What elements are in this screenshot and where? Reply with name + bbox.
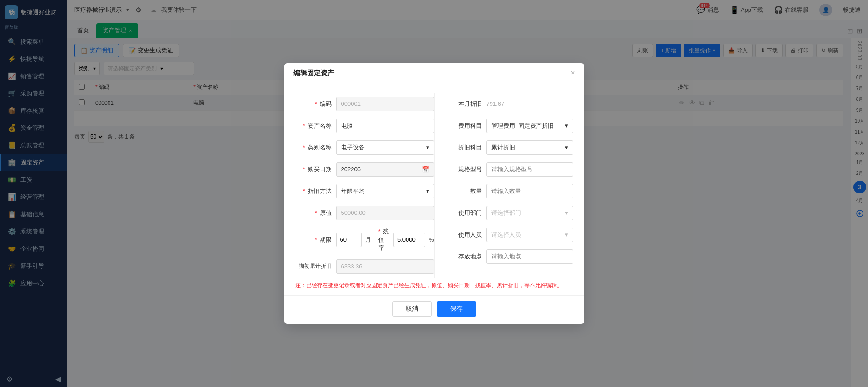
location-input[interactable]	[486, 249, 573, 264]
method-chevron-icon: ▾	[426, 188, 429, 194]
form-row-depreciation-method: * 折旧方法 年限平均 ▾	[295, 180, 434, 202]
asset-name-input[interactable]	[336, 119, 434, 133]
department-label: 使用部门	[446, 209, 482, 217]
calendar-icon: 📅	[422, 166, 429, 173]
form-row-code: * 编码	[295, 93, 434, 115]
category-label: * 类别名称	[295, 144, 332, 152]
form-right-col: 本月折旧 费用科目 管理费用_固定资产折旧 ▾	[434, 93, 573, 278]
form-left-col: * 编码 * 资产名称	[295, 93, 434, 278]
residual-unit: %	[429, 236, 434, 243]
residual-label: * 残值率	[378, 228, 390, 252]
period-label: * 期限	[295, 236, 332, 244]
dept-chevron-icon: ▾	[565, 209, 568, 216]
department-select[interactable]: 请选择部门 ▾	[486, 206, 573, 220]
spec-model-label: 规格型号	[446, 165, 482, 174]
staff-select[interactable]: 请选择人员 ▾	[486, 228, 573, 242]
form-row-purchase-date: * 购买日期 202206 📅	[295, 159, 434, 180]
period-row: 月 * 残值率 %	[336, 228, 434, 252]
staff-label: 使用人员	[446, 231, 482, 239]
form-row-department: 使用部门 请选择部门 ▾	[446, 202, 573, 224]
modal-footer: 取消 保存	[284, 295, 584, 324]
dep-subject-chevron-icon: ▾	[565, 144, 568, 151]
form-row-original-value: * 原值	[295, 202, 434, 224]
this-month-dep-input	[486, 97, 573, 111]
depreciation-method-label: * 折旧方法	[295, 187, 332, 195]
modal-note: 注：已经存在变更记录或者对应固定资产已经生成凭证，原值、购买日期、残值率、累计折…	[295, 278, 573, 291]
dep-subject-label: 折旧科目	[446, 144, 482, 152]
form-row-category: * 类别名称 电子设备 ▾	[295, 137, 434, 159]
staff-chevron-icon: ▾	[565, 231, 568, 238]
modal-overlay: 编辑固定资产 × * 编码	[0, 0, 868, 387]
cancel-button[interactable]: 取消	[392, 301, 432, 317]
period-input[interactable]	[336, 233, 362, 247]
purchase-date-input[interactable]: 202206 📅	[336, 162, 434, 177]
code-input[interactable]	[336, 97, 434, 111]
initial-depreciation-label: 期初累计折旧	[295, 263, 332, 270]
form-row-staff: 使用人员 请选择人员 ▾	[446, 224, 573, 246]
expense-subject-select[interactable]: 管理费用_固定资产折旧 ▾	[486, 119, 573, 133]
category-select[interactable]: 电子设备 ▾	[336, 140, 434, 155]
form-row-dep-subject: 折旧科目 累计折旧 ▾	[446, 137, 573, 159]
asset-name-label: * 资产名称	[295, 122, 332, 130]
expense-subject-label: 费用科目	[446, 122, 482, 130]
quantity-label: 数量	[446, 187, 482, 195]
depreciation-method-select[interactable]: 年限平均 ▾	[336, 184, 434, 198]
form-row-quantity: 数量	[446, 180, 573, 202]
form-row-spec-model: 规格型号	[446, 159, 573, 180]
modal-form: * 编码 * 资产名称	[295, 93, 573, 291]
original-value-label: * 原值	[295, 209, 332, 217]
original-value-input[interactable]	[336, 206, 434, 220]
quantity-input[interactable]	[486, 184, 573, 198]
modal-title: 编辑固定资产	[293, 69, 334, 78]
dep-subject-select[interactable]: 累计折旧 ▾	[486, 140, 573, 155]
form-row-period: * 期限 月 * 残值率 %	[295, 224, 434, 256]
edit-asset-modal: 编辑固定资产 × * 编码	[284, 63, 584, 324]
spec-model-input[interactable]	[486, 162, 573, 177]
form-row-this-month-dep: 本月折旧	[446, 93, 573, 115]
form-row-expense-subject: 费用科目 管理费用_固定资产折旧 ▾	[446, 115, 573, 137]
form-row-location: 存放地点	[446, 246, 573, 268]
this-month-dep-label: 本月折旧	[446, 100, 482, 108]
location-label: 存放地点	[446, 253, 482, 261]
form-row-asset-name: * 资产名称	[295, 115, 434, 137]
modal-header: 编辑固定资产 ×	[284, 63, 584, 84]
modal-body: * 编码 * 资产名称	[284, 84, 584, 295]
initial-depreciation-input[interactable]	[336, 259, 434, 274]
modal-close-button[interactable]: ×	[570, 69, 575, 77]
save-button[interactable]: 保存	[437, 301, 476, 317]
purchase-date-label: * 购买日期	[295, 165, 332, 174]
code-label: * 编码	[295, 100, 332, 108]
expense-chevron-icon: ▾	[565, 122, 568, 129]
form-row-initial-depreciation: 期初累计折旧	[295, 256, 434, 278]
period-unit: 月	[365, 236, 371, 244]
category-chevron-icon: ▾	[426, 144, 429, 151]
residual-input[interactable]	[393, 233, 425, 247]
